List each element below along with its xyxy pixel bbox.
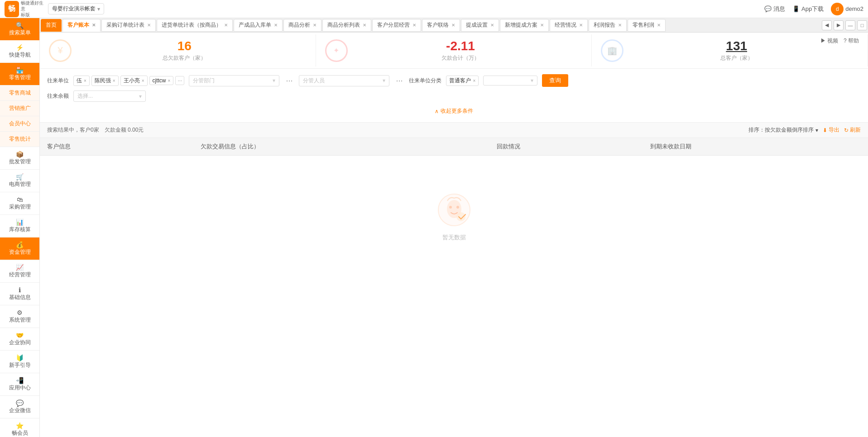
export-icon: ⬇ xyxy=(823,127,827,133)
tab-close-icon[interactable]: ✕ xyxy=(147,23,151,28)
sidebar-item-purchase-mgmt[interactable]: 🛍 采购管理 xyxy=(0,192,39,215)
logo-area: 畅 畅捷通好生意 标版 xyxy=(5,0,44,18)
filter-tags-category: 普通客户 × xyxy=(446,76,479,86)
tab-product-analysis[interactable]: 商品分析 ✕ xyxy=(283,19,321,32)
tab-close-icon[interactable]: ✕ xyxy=(274,23,278,28)
video-icon: ▶ xyxy=(820,38,826,44)
filter-category-select[interactable]: ▾ xyxy=(483,76,537,86)
stat-label-total-customers: 总客户（家） xyxy=(720,54,753,62)
filter-balance-select[interactable]: 选择... ▾ xyxy=(73,90,146,102)
sidebar-item-new-guide[interactable]: 🔰 新手引导 xyxy=(0,351,39,373)
tab-close-icon[interactable]: ✕ xyxy=(618,23,622,28)
sidebar-item-basic-info[interactable]: ℹ 基础信息 xyxy=(0,283,39,305)
search-button[interactable]: 查询 xyxy=(542,74,568,87)
col-header-customer-info: 客户信息 xyxy=(40,138,193,156)
sidebar-item-app-center[interactable]: 📲 应用中心 xyxy=(0,373,39,396)
chevron-up-icon: ∧ xyxy=(435,108,439,114)
svg-point-4 xyxy=(456,212,465,221)
tab-close-icon[interactable]: ✕ xyxy=(451,23,455,28)
logo-icon: 畅 xyxy=(5,1,19,17)
tab-customer-segment[interactable]: 客户分层经营 ✕ xyxy=(372,19,421,32)
export-button[interactable]: ⬇ 导出 xyxy=(823,126,839,134)
tab-maximize-button[interactable]: □ xyxy=(857,20,867,30)
tab-product-inbound[interactable]: 产成品入库单 ✕ xyxy=(234,19,283,32)
filter-person-select[interactable]: 分管人员 ▾ xyxy=(299,75,389,86)
filter-tag-wu: 伍 × xyxy=(73,76,90,86)
collapse-filter-button[interactable]: ∧ 收起更多条件 xyxy=(435,107,473,115)
tag-close-icon[interactable]: × xyxy=(473,78,475,83)
tab-close-icon[interactable]: ✕ xyxy=(412,23,416,28)
tab-close-icon[interactable]: ✕ xyxy=(313,23,317,28)
tab-close-icon[interactable]: ✕ xyxy=(224,23,228,28)
col-header-payment-status: 回款情况 xyxy=(489,138,643,156)
tab-scroll-right-button[interactable]: ▶ xyxy=(834,20,844,30)
app-download-button[interactable]: 📱 App下载 xyxy=(792,5,824,13)
sidebar-item-vip-member[interactable]: ⭐ 畅会员 xyxy=(0,418,39,437)
tab-retail-profit[interactable]: 零售利润 ✕ xyxy=(628,19,666,32)
sidebar-item-finance-mgmt[interactable]: 💰 资金管理 xyxy=(0,238,39,260)
tag-close-icon[interactable]: × xyxy=(142,78,144,83)
tab-close-icon[interactable]: ✕ xyxy=(92,23,96,28)
tab-close-icon[interactable]: ✕ xyxy=(657,23,661,28)
filter-label-category: 往来单位分类 xyxy=(409,77,441,85)
tab-customer-contact[interactable]: 客户联络 ✕ xyxy=(422,19,460,32)
col-header-due-date: 到期未收款日期 xyxy=(643,138,868,156)
sidebar-item-marketing[interactable]: 营销推广 xyxy=(0,101,39,116)
tab-bar: 首页 客户账本 ✕ 采购订单统计表 ✕ 进货单统计表（按商品） ✕ 产成品入库单… xyxy=(40,18,868,33)
refresh-button[interactable]: ↻ 刷新 xyxy=(844,126,861,134)
sidebar-item-quick-nav[interactable]: ⚡ 快捷导航 xyxy=(0,40,39,63)
tab-purchase-stats[interactable]: 进货单统计表（按商品） ✕ xyxy=(157,19,233,32)
stat-value-debt-amount: -2.11 xyxy=(446,39,475,53)
sidebar-item-retail-shop[interactable]: 零售商城 xyxy=(0,86,39,101)
filter-person-more-button[interactable]: ··· xyxy=(394,76,404,86)
tab-close-icon[interactable]: ✕ xyxy=(579,23,583,28)
help-link[interactable]: ? 帮助 xyxy=(844,37,859,45)
sidebar-item-operations[interactable]: 📈 经营管理 xyxy=(0,260,39,283)
org-selector[interactable]: 母婴行业演示帐套 ▾ xyxy=(48,3,104,14)
sidebar-item-member-center[interactable]: 会员中心 xyxy=(0,116,39,132)
tab-close-icon[interactable]: ✕ xyxy=(540,23,544,28)
filter-area: 往来单位 伍 × 陈民强 × 王小亮 xyxy=(40,69,868,123)
tab-customer-account[interactable]: 客户账本 ✕ xyxy=(62,19,101,32)
sidebar-item-system-mgmt[interactable]: ⚙ 系统管理 xyxy=(0,305,39,328)
collapse-row: ∧ 收起更多条件 xyxy=(47,105,861,117)
content-area: 首页 客户账本 ✕ 采购订单统计表 ✕ 进货单统计表（按商品） ✕ 产成品入库单… xyxy=(40,18,868,437)
tab-product-analysis-list[interactable]: 商品分析列表 ✕ xyxy=(322,19,371,32)
tab-close-icon[interactable]: ✕ xyxy=(490,23,494,28)
video-help-link[interactable]: ▶ 视频 xyxy=(820,37,838,45)
tab-purchase-order[interactable]: 采购订单统计表 ✕ xyxy=(101,19,156,32)
filter-tag-chen: 陈民强 × xyxy=(91,76,119,86)
tab-profit-report[interactable]: 利润报告 ✕ xyxy=(589,19,627,32)
sidebar-item-enterprise-collab[interactable]: 🤝 企业协同 xyxy=(0,328,39,351)
sidebar-item-search[interactable]: 🔍 搜索菜单 xyxy=(0,18,39,40)
filter-more-tags-button[interactable]: ··· xyxy=(175,76,184,85)
sidebar-item-inventory[interactable]: 📊 库存核算 xyxy=(0,215,39,238)
tag-close-icon[interactable]: × xyxy=(84,78,86,83)
sidebar-item-retail-mgmt[interactable]: 🏪 零售管理 xyxy=(0,63,39,86)
sort-select[interactable]: 排序：按欠款金额倒序排序 ▾ xyxy=(748,126,818,134)
tab-operation-status[interactable]: 经营情况 ✕ xyxy=(550,19,588,32)
tab-home[interactable]: 首页 xyxy=(41,19,62,32)
sidebar-item-wholesale-mgmt[interactable]: 📦 批发管理 xyxy=(0,147,39,170)
sidebar-item-ecommerce[interactable]: 🛒 电商管理 xyxy=(0,170,39,192)
logo-text: 畅捷通好生意 标版 xyxy=(21,0,45,18)
filter-tag-cjttcw: cjttcw × xyxy=(149,76,174,85)
tag-close-icon[interactable]: × xyxy=(168,78,171,83)
results-amount: 欠款金额 0.00元 xyxy=(105,126,144,134)
message-button[interactable]: 💬 消息 xyxy=(764,5,785,13)
empty-state: 暂无数据 xyxy=(40,156,868,278)
sidebar-item-retail-stats[interactable]: 零售统计 xyxy=(0,132,39,147)
user-avatar[interactable]: d demo2 xyxy=(831,3,863,15)
stat-label-debt-amount: 欠款合计（万） xyxy=(441,54,480,62)
tab-new-promotion[interactable]: 新增提成方案 ✕ xyxy=(500,19,549,32)
help-links: ▶ 视频 ? 帮助 xyxy=(820,37,859,45)
tab-promotion-settings[interactable]: 提成设置 ✕ xyxy=(461,19,499,32)
tab-minimize-button[interactable]: — xyxy=(845,20,855,30)
tab-close-icon[interactable]: ✕ xyxy=(363,23,366,28)
stat-value-total-customers: 131 xyxy=(726,39,747,53)
sidebar-item-enterprise-wechat[interactable]: 💬 企业微信 xyxy=(0,396,39,418)
filter-dept-select[interactable]: 分管部门 ▾ xyxy=(189,75,279,86)
filter-dept-more-button[interactable]: ··· xyxy=(284,76,294,86)
tab-scroll-left-button[interactable]: ◀ xyxy=(822,20,832,30)
tag-close-icon[interactable]: × xyxy=(113,78,115,83)
